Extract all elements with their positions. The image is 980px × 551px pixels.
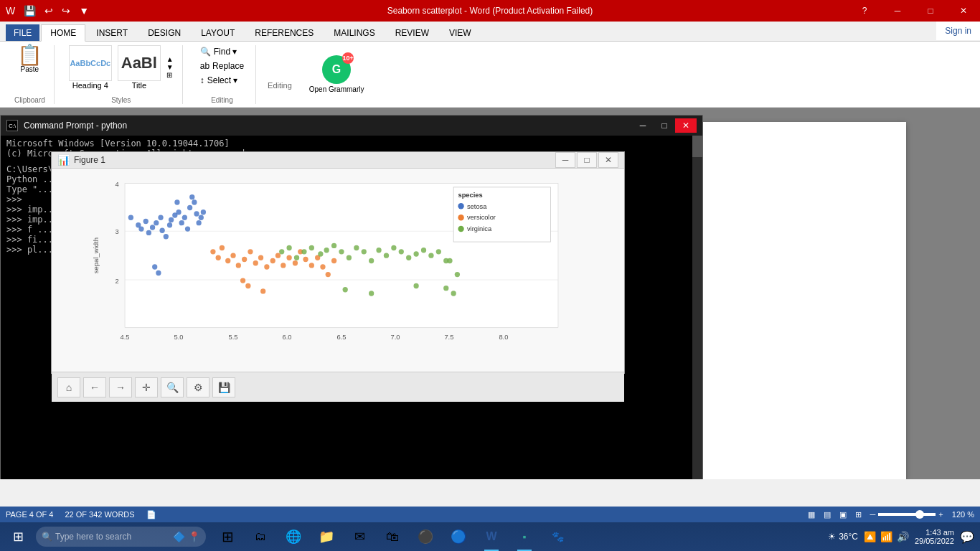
home-nav-button[interactable]: ⌂ bbox=[57, 377, 80, 397]
svg-point-61 bbox=[258, 255, 263, 260]
tab-review[interactable]: REVIEW bbox=[386, 24, 438, 41]
svg-point-95 bbox=[406, 255, 411, 260]
figure-minimize[interactable]: ─ bbox=[555, 152, 575, 168]
edge-button[interactable]: 🌐 bbox=[278, 522, 309, 551]
volume-icon[interactable]: 🔊 bbox=[897, 531, 909, 542]
svg-point-54 bbox=[220, 245, 225, 250]
clock[interactable]: 1:43 am 29/05/2022 bbox=[915, 528, 954, 545]
view-icon3[interactable]: ▣ bbox=[839, 510, 847, 519]
svg-point-79 bbox=[286, 245, 291, 250]
file-explorer-button[interactable]: 🗂 bbox=[245, 522, 276, 551]
redo-icon[interactable]: ↪ bbox=[59, 5, 73, 17]
chrome-button1[interactable]: ⚫ bbox=[410, 522, 441, 551]
svg-point-53 bbox=[216, 255, 221, 260]
svg-point-19 bbox=[458, 203, 463, 209]
svg-text:7.5: 7.5 bbox=[444, 333, 453, 341]
mail-button[interactable]: ✉ bbox=[344, 522, 375, 551]
location-icon: 📍 bbox=[188, 531, 200, 542]
network-icon[interactable]: 🔼 bbox=[864, 531, 876, 542]
clock-time: 1:43 am bbox=[925, 528, 954, 537]
sign-in-button[interactable]: Sign in bbox=[936, 22, 980, 40]
figure-titlebar[interactable]: 📊 Figure 1 ─ □ ✕ bbox=[52, 152, 624, 169]
maximize-button[interactable]: □ bbox=[914, 0, 947, 22]
find-button[interactable]: 🔍 Find ▾ bbox=[197, 45, 247, 58]
styles-scroll-down[interactable]: ▼ bbox=[166, 63, 174, 71]
cmd-close[interactable]: ✕ bbox=[675, 118, 697, 133]
tab-view[interactable]: VIEW bbox=[440, 24, 481, 41]
style-heading4[interactable]: AaBbCcDc Heading 4 bbox=[69, 45, 112, 90]
word-button[interactable]: W bbox=[476, 522, 507, 551]
forward-button[interactable]: → bbox=[109, 377, 132, 397]
zoom-in[interactable]: + bbox=[938, 510, 943, 519]
terminal-button[interactable]: ▪ bbox=[509, 522, 540, 551]
zoom-thumb[interactable] bbox=[915, 510, 924, 519]
styles-scroll-up[interactable]: ▲ bbox=[166, 55, 174, 63]
cmd-minimize[interactable]: ─ bbox=[632, 118, 654, 133]
notification-button[interactable]: 💬 bbox=[960, 530, 974, 544]
search-box[interactable]: 🔍 🔷 📍 bbox=[36, 527, 206, 547]
cmd-scrollbar[interactable] bbox=[692, 136, 702, 479]
svg-text:species: species bbox=[458, 191, 482, 199]
cmd-scroll-thumb[interactable] bbox=[692, 136, 702, 157]
taskbar-apps: ⊞ 🗂 🌐 📁 ✉ 🛍 ⚫ 🔵 W ▪ 🐾 bbox=[212, 522, 573, 551]
figure-controls[interactable]: ─ □ ✕ bbox=[555, 152, 618, 168]
save-figure-button[interactable]: 💾 bbox=[212, 377, 235, 397]
zoom-button[interactable]: 🔍 bbox=[161, 377, 184, 397]
weather-widget[interactable]: ☀ 36°C bbox=[828, 532, 858, 542]
close-button[interactable]: ✕ bbox=[947, 0, 980, 22]
back-button[interactable]: ← bbox=[83, 377, 106, 397]
svg-point-72 bbox=[320, 264, 325, 269]
help-icon[interactable]: ? bbox=[848, 0, 881, 22]
zoom-level[interactable]: 120 % bbox=[952, 510, 974, 519]
tab-file[interactable]: FILE bbox=[6, 24, 39, 41]
svg-point-44 bbox=[189, 194, 194, 199]
configure-button[interactable]: ⚙ bbox=[187, 377, 209, 397]
cmd-maximize[interactable]: □ bbox=[654, 118, 675, 133]
save-icon[interactable]: 💾 bbox=[21, 5, 39, 17]
window-controls[interactable]: ? ─ □ ✕ bbox=[848, 0, 980, 22]
tab-insert[interactable]: INSERT bbox=[87, 24, 137, 41]
title-bar: W 💾 ↩ ↪ ▼ Seaborn scatterplot - Word (Pr… bbox=[0, 0, 980, 22]
grammarly-button[interactable]: G 10+ bbox=[322, 55, 351, 84]
store-button[interactable]: 🛍 bbox=[377, 522, 408, 551]
search-input[interactable] bbox=[55, 532, 170, 542]
zoom-out[interactable]: ─ bbox=[870, 510, 876, 519]
svg-text:virginica: virginica bbox=[467, 225, 492, 232]
view-icon2[interactable]: ▤ bbox=[824, 510, 831, 519]
start-button[interactable]: ⊞ bbox=[0, 522, 36, 551]
chrome-button2[interactable]: 🔵 bbox=[443, 522, 474, 551]
zoom-controls[interactable]: ─ + bbox=[870, 510, 943, 519]
folder-button[interactable]: 📁 bbox=[311, 522, 342, 551]
styles-expand[interactable]: ⊞ bbox=[166, 71, 174, 79]
undo-icon[interactable]: ↩ bbox=[42, 5, 56, 17]
style-title[interactable]: AaBl Title bbox=[118, 45, 161, 90]
svg-point-25 bbox=[128, 215, 133, 220]
svg-text:4.5: 4.5 bbox=[121, 333, 130, 341]
replace-button[interactable]: ab Replace bbox=[197, 60, 247, 72]
cmd-titlebar[interactable]: C:\ Command Prompt - python ─ □ ✕ bbox=[1, 116, 702, 136]
app-button[interactable]: 🐾 bbox=[542, 522, 573, 551]
tab-design[interactable]: DESIGN bbox=[138, 24, 190, 41]
view-icon1[interactable]: ▦ bbox=[808, 510, 815, 519]
svg-point-98 bbox=[428, 253, 433, 258]
taskview-button[interactable]: ⊞ bbox=[212, 522, 243, 551]
wifi-icon[interactable]: 📶 bbox=[880, 531, 892, 542]
minimize-button[interactable]: ─ bbox=[881, 0, 914, 22]
customize-icon[interactable]: ▼ bbox=[76, 5, 92, 17]
pan-button[interactable]: ✛ bbox=[135, 377, 158, 397]
ribbon-tabs[interactable]: FILE HOME INSERT DESIGN LAYOUT REFERENCE… bbox=[0, 22, 980, 42]
tab-mailings[interactable]: MAILINGS bbox=[324, 24, 384, 41]
cmd-controls[interactable]: ─ □ ✕ bbox=[632, 118, 697, 133]
paste-button[interactable]: 📋 Paste bbox=[17, 45, 42, 73]
view-icon4[interactable]: ⊞ bbox=[855, 510, 862, 519]
tab-references[interactable]: REFERENCES bbox=[245, 24, 323, 41]
select-button[interactable]: ↕ Select ▾ bbox=[197, 74, 247, 87]
zoom-slider[interactable] bbox=[878, 513, 936, 516]
tab-home[interactable]: HOME bbox=[41, 24, 85, 42]
figure-maximize[interactable]: □ bbox=[577, 152, 597, 168]
tab-layout[interactable]: LAYOUT bbox=[192, 24, 244, 41]
ribbon-content: 📋 Paste Clipboard AaBbCcDc Heading 4 AaB… bbox=[0, 42, 980, 107]
quick-access-toolbar[interactable]: W 💾 ↩ ↪ ▼ bbox=[0, 0, 92, 22]
svg-point-76 bbox=[245, 283, 250, 288]
figure-close[interactable]: ✕ bbox=[598, 152, 618, 168]
